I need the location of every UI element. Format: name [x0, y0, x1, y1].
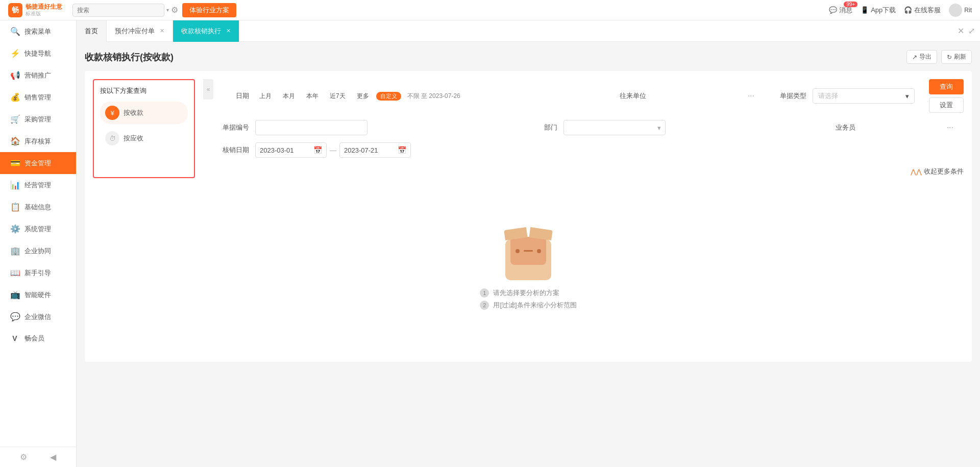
calendar-from-icon[interactable]: 📅: [313, 146, 322, 154]
counterpart-dots[interactable]: ···: [652, 91, 765, 101]
sidebar-label: 企业协同: [24, 247, 51, 256]
industry-button[interactable]: 体验行业方案: [182, 3, 236, 17]
collapse-sidebar-icon[interactable]: ◀: [50, 452, 56, 462]
collapse-more-label: 收起更多条件: [924, 167, 964, 176]
date-tabs: 上月 本月 本年 近7天 更多 自定义: [255, 91, 401, 102]
tab-bar: 首页 预付冲应付单 ✕ 收款核销执行 ✕ ✕ ⤢: [77, 20, 980, 42]
content-area: 首页 预付冲应付单 ✕ 收款核销执行 ✕ ✕ ⤢ 收款核销执行(按收款): [77, 20, 980, 467]
staff-dots[interactable]: ···: [862, 123, 964, 132]
sidebar-item-finance[interactable]: 💳 资金管理: [0, 152, 76, 174]
export-icon: ↗: [912, 54, 917, 61]
collapse-left-panel[interactable]: «: [203, 79, 213, 100]
receivable-option-icon: ⏱: [105, 131, 119, 145]
expand-tab-icon[interactable]: ⤢: [968, 26, 975, 36]
sidebar-label: 快捷导航: [24, 49, 51, 58]
filter-by-receipt[interactable]: ¥ 按收款: [100, 102, 188, 124]
dept-arrow-icon: ▾: [653, 124, 665, 132]
service-label: 在线客服: [914, 6, 941, 15]
gear-icon[interactable]: ⚙: [171, 5, 178, 15]
illus-eye-left: [516, 249, 520, 253]
message-button[interactable]: 💬 消息 99+: [829, 6, 852, 15]
writeoff-date-to[interactable]: 2023-07-21 📅: [339, 142, 411, 158]
message-icon: 💬: [829, 6, 837, 14]
sidebar-item-member[interactable]: V 畅会员: [0, 328, 76, 349]
close-tab-icon[interactable]: ✕: [958, 26, 964, 36]
settings-button[interactable]: 设置: [929, 97, 964, 113]
date-tab-this-month[interactable]: 本月: [279, 91, 299, 102]
filter-row-2: 单据编号 部门 ▾ 业务员 ···: [213, 120, 964, 135]
search-input[interactable]: [72, 4, 164, 17]
illus-box-face: [510, 237, 546, 265]
refresh-button[interactable]: ↻ 刷新: [941, 50, 972, 64]
date-tab-more[interactable]: 更多: [353, 91, 373, 102]
sidebar-item-enterprise[interactable]: 🏢 企业协同: [0, 240, 76, 262]
sidebar-label: 资金管理: [24, 159, 51, 168]
tab-prepay-close[interactable]: ✕: [160, 28, 164, 34]
empty-illustration: [493, 219, 564, 280]
left-filter-panel: 按以下方案查询 ¥ 按收款 ⏱ 按应收: [93, 79, 195, 178]
hint-num-1: 1: [480, 288, 489, 298]
filter-by-receivable[interactable]: ⏱ 按应收: [100, 127, 188, 150]
smart-hw-icon: 📺: [10, 290, 19, 300]
date-tab-7days[interactable]: 近7天: [326, 91, 350, 102]
doc-type-select[interactable]: 请选择 ▾: [813, 88, 915, 104]
tab-receipt-close[interactable]: ✕: [226, 28, 231, 34]
tab-home-label: 首页: [85, 27, 98, 36]
dept-select[interactable]: ▾: [564, 120, 666, 135]
online-service-button[interactable]: 🎧 在线客服: [904, 6, 941, 15]
brand-name: 畅捷通好生意: [26, 3, 62, 10]
empty-hint-1: 1 请先选择要分析的方案: [480, 288, 576, 298]
main-layout: 🔍 搜索菜单 ⚡ 快捷导航 📢 营销推广 💰 销售管理 🛒 采购管理 🏠 库存核…: [0, 20, 980, 467]
custom-date-badge[interactable]: 自定义: [376, 92, 401, 101]
sidebar-item-inventory[interactable]: 🏠 库存核算: [0, 130, 76, 152]
tab-prepay[interactable]: 预付冲应付单 ✕: [107, 20, 173, 42]
tab-home[interactable]: 首页: [77, 20, 107, 42]
sidebar-item-marketing[interactable]: 📢 营销推广: [0, 64, 76, 86]
tab-receipt[interactable]: 收款核销执行 ✕: [173, 20, 239, 42]
refresh-label: 刷新: [954, 53, 966, 61]
writeoff-date-from[interactable]: 2023-03-01 📅: [255, 142, 327, 158]
top-bar-left: 畅 畅捷通好生意 标准版 ▾ ⚙ 体验行业方案: [8, 3, 829, 17]
sidebar-item-smart-hw[interactable]: 📺 智能硬件: [0, 284, 76, 306]
sidebar-item-system[interactable]: ⚙️ 系统管理: [0, 218, 76, 240]
sidebar-item-sales[interactable]: 💰 销售管理: [0, 86, 76, 108]
sidebar-item-wechat[interactable]: 💬 企业微信: [0, 306, 76, 328]
sidebar-label: 基础信息: [24, 203, 51, 212]
settings-bottom-icon[interactable]: ⚙: [20, 452, 27, 462]
page-title: 收款核销执行(按收款): [85, 51, 174, 63]
app-icon: 📱: [861, 6, 869, 14]
sidebar-item-business[interactable]: 📊 经营管理: [0, 174, 76, 196]
date-tab-this-year[interactable]: 本年: [302, 91, 323, 102]
top-bar-right: 💬 消息 99+ 📱 App下载 🎧 在线客服 Rit: [829, 4, 972, 17]
filter-row-1: 日期 上月 本月 本年 近7天 更多 自定义 不限 至 2023-07-26: [213, 79, 964, 113]
writeoff-to-text: 2023-07-21: [344, 146, 378, 154]
receipt-option-icon: ¥: [105, 106, 119, 120]
sidebar-bottom: ⚙ ◀: [0, 447, 76, 467]
sidebar-item-quick-nav[interactable]: ⚡ 快捷导航: [0, 42, 76, 64]
collapse-more-btn[interactable]: ⋀⋀ 收起更多条件: [213, 165, 964, 178]
app-download-button[interactable]: 📱 App下载: [861, 6, 896, 15]
message-badge: 99+: [844, 2, 857, 7]
sidebar-item-purchase[interactable]: 🛒 采购管理: [0, 108, 76, 130]
page-header: 收款核销执行(按收款) ↗ 导出 ↻ 刷新: [85, 50, 972, 64]
calendar-to-icon[interactable]: 📅: [398, 146, 406, 154]
member-icon: V: [10, 334, 19, 342]
sidebar-item-guide[interactable]: 📖 新手引导: [0, 262, 76, 284]
export-button[interactable]: ↗ 导出: [906, 50, 937, 64]
date-label: 日期: [213, 91, 249, 101]
filter-layout: 按以下方案查询 ¥ 按收款 ⏱ 按应收 «: [93, 79, 964, 178]
sidebar-item-basic[interactable]: 📋 基础信息: [0, 196, 76, 218]
tab-receipt-label: 收款核销执行: [181, 27, 221, 36]
doc-no-input[interactable]: [255, 120, 368, 135]
sidebar-label: 库存核算: [24, 137, 51, 146]
date-tab-last-month[interactable]: 上月: [255, 91, 276, 102]
query-button[interactable]: 查询: [929, 79, 964, 94]
sidebar-label: 采购管理: [24, 115, 51, 124]
user-profile[interactable]: Rit: [949, 4, 972, 17]
empty-hint-2: 2 用[过滤]条件来缩小分析范围: [480, 301, 576, 310]
illus-flap-right: [529, 227, 552, 240]
left-filter-title: 按以下方案查询: [100, 86, 188, 95]
sidebar-item-search-menu[interactable]: 🔍 搜索菜单: [0, 20, 76, 42]
receipt-option-label: 按收款: [124, 108, 143, 117]
date-range-separator: —: [330, 146, 336, 154]
